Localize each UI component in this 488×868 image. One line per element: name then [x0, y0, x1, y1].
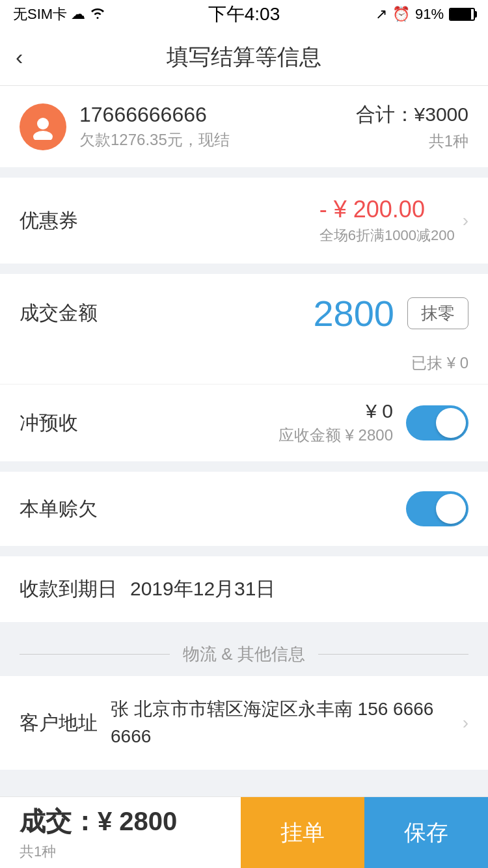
- avatar: [20, 103, 66, 150]
- wifi-icon: [90, 6, 105, 23]
- save-button[interactable]: 保存: [364, 797, 488, 869]
- coupon-label: 优惠券: [20, 208, 78, 234]
- customer-row: 17666666666 欠款1276.35元，现结 合计：¥3000 共1种: [0, 86, 488, 167]
- deal-value: 2800: [313, 292, 394, 334]
- coupon-desc: 全场6折满1000减200: [319, 226, 455, 245]
- prepay-right: ¥ 0 应收金额 ¥ 2800: [278, 400, 468, 446]
- divider-line-right: [318, 654, 468, 655]
- duedate-value: 2019年12月31日: [130, 576, 275, 603]
- status-bar: 无SIM卡 ☁ 下午4:03 ↗ ⏰ 91%: [0, 0, 488, 29]
- bottom-bar: 成交：¥ 2800 共1种 挂单 保存: [0, 796, 488, 868]
- round-button[interactable]: 抹零: [407, 297, 468, 329]
- customer-phone: 17666666666: [79, 103, 230, 127]
- content: 17666666666 欠款1276.35元，现结 合计：¥3000 共1种 优…: [0, 86, 488, 858]
- prepay-sub: 应收金额 ¥ 2800: [278, 425, 393, 446]
- address-value: 张 北京市市辖区海淀区永丰南 156 6666 6666: [111, 696, 463, 750]
- bottom-deal-count: 共1种: [20, 842, 221, 861]
- nav-header: ‹ 填写结算等信息: [0, 29, 488, 86]
- coupon-section[interactable]: 优惠券 - ¥ 200.00 全场6折满1000减200 ›: [0, 178, 488, 264]
- prepay-toggle[interactable]: [406, 405, 468, 441]
- status-time: 下午4:03: [208, 2, 280, 27]
- deal-sub: 已抹 ¥ 0: [0, 353, 488, 384]
- address-label: 客户地址: [20, 710, 98, 737]
- prepay-label: 冲预收: [20, 410, 78, 437]
- customer-info: 17666666666 欠款1276.35元，现结: [79, 103, 230, 150]
- divider-line-left: [20, 654, 170, 655]
- alarm-icon: ⏰: [392, 6, 410, 23]
- bottom-deal-value: ¥ 2800: [98, 807, 177, 835]
- pending-button[interactable]: 挂单: [241, 797, 364, 869]
- battery-icon: [449, 8, 475, 21]
- status-right: ↗ ⏰ 91%: [375, 6, 475, 23]
- duedate-row: 收款到期日 2019年12月31日: [0, 556, 488, 622]
- prepay-row: 冲预收 ¥ 0 应收金额 ¥ 2800: [0, 384, 488, 461]
- bottom-summary: 成交：¥ 2800 共1种: [0, 804, 241, 861]
- deal-section: 成交金额 2800 抹零 已抹 ¥ 0 冲预收 ¥ 0 应收金额 ¥ 2800: [0, 274, 488, 461]
- svg-point-0: [37, 118, 49, 129]
- customer-debt: 欠款1276.35元，现结: [79, 129, 230, 150]
- total-type: 共1种: [356, 131, 468, 152]
- coupon-amount: - ¥ 200.00: [319, 196, 455, 223]
- logistics-divider: 物流 & 其他信息: [0, 632, 488, 676]
- status-left: 无SIM卡 ☁: [13, 5, 105, 24]
- logistics-label: 物流 & 其他信息: [183, 643, 305, 666]
- customer-right: 合计：¥3000 共1种: [356, 102, 468, 152]
- deal-label: 成交金额: [20, 300, 98, 327]
- total-amount: 合计：¥3000: [356, 102, 468, 128]
- bottom-deal-prefix: 成交：: [20, 807, 98, 835]
- address-chevron-icon: ›: [463, 712, 468, 733]
- battery-percent: 91%: [415, 6, 444, 23]
- debt-toggle[interactable]: [406, 491, 468, 526]
- prepay-amount: ¥ 0: [278, 400, 393, 422]
- no-sim-label: 无SIM卡 ☁: [13, 5, 85, 24]
- coupon-right: - ¥ 200.00 全场6折满1000减200 ›: [319, 196, 468, 245]
- deal-row: 成交金额 2800 抹零: [0, 274, 488, 353]
- coupon-chevron-icon: ›: [463, 210, 468, 231]
- customer-left: 17666666666 欠款1276.35元，现结: [20, 103, 230, 150]
- back-button[interactable]: ‹: [16, 44, 23, 70]
- location-icon: ↗: [375, 6, 387, 23]
- deal-value-group: 2800 抹零: [313, 292, 468, 334]
- svg-point-1: [33, 131, 53, 140]
- debt-label: 本单赊欠: [20, 496, 98, 522]
- duedate-label: 收款到期日: [20, 576, 117, 603]
- bottom-deal-amount: 成交：¥ 2800: [20, 804, 221, 839]
- prepay-value-group: ¥ 0 应收金额 ¥ 2800: [278, 400, 393, 446]
- debt-row: 本单赊欠: [0, 472, 488, 546]
- page-title: 填写结算等信息: [167, 42, 321, 72]
- address-row[interactable]: 客户地址 张 北京市市辖区海淀区永丰南 156 6666 6666 ›: [0, 676, 488, 770]
